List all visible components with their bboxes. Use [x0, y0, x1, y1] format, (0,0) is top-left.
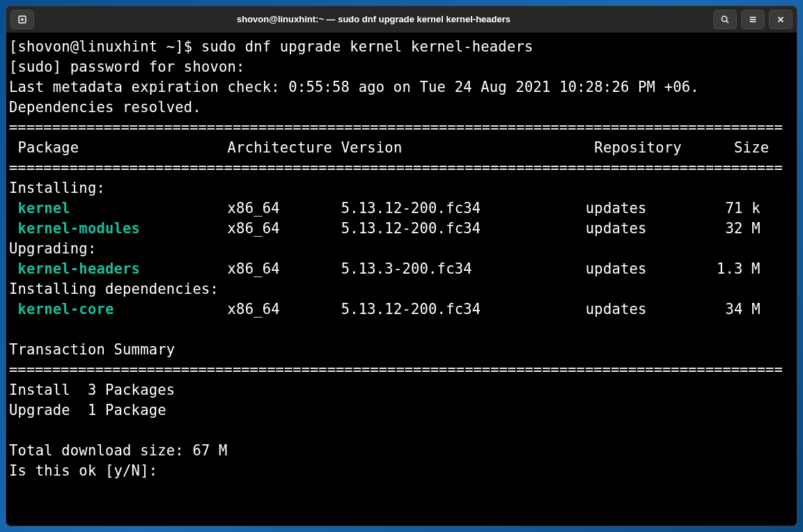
close-icon	[776, 15, 786, 24]
menu-button[interactable]	[741, 10, 765, 29]
pkg-name: kernel	[9, 200, 70, 217]
terminal-window: shovon@linuxhint:~ — sudo dnf upgrade ke…	[6, 6, 797, 526]
window-title: shovon@linuxhint:~ — sudo dnf upgrade ke…	[38, 14, 709, 24]
pkg-size: 34 M	[717, 301, 761, 318]
col-arch: Architecture	[228, 139, 333, 156]
pkg-arch: x86_64	[228, 200, 280, 217]
col-repo: Repository	[594, 139, 681, 156]
titlebar-controls	[713, 10, 793, 29]
svg-point-3	[722, 16, 726, 21]
confirm-prompt: Is this ok [y/N]:	[9, 462, 166, 479]
new-tab-icon	[17, 15, 27, 24]
sudo-password-line: [sudo] password for shovon:	[9, 58, 245, 75]
metadata-line: Last metadata expiration check: 0:55:58 …	[9, 79, 699, 95]
pkg-repo: updates	[586, 220, 647, 237]
col-package: Package	[9, 139, 79, 156]
titlebar: shovon@linuxhint:~ — sudo dnf upgrade ke…	[6, 6, 797, 33]
pkg-size: 32 M	[717, 220, 761, 237]
shell-prompt: [shovon@linuxhint ~]$	[9, 38, 201, 55]
pkg-size: 1.3 M	[717, 260, 761, 277]
pkg-name: kernel-modules	[9, 220, 140, 237]
transaction-summary-title: Transaction Summary	[9, 341, 175, 358]
search-icon	[720, 15, 730, 24]
section-deps: Installing dependencies:	[9, 281, 219, 297]
close-button[interactable]	[769, 10, 793, 29]
total-download: Total download size: 67 M	[9, 442, 228, 459]
pkg-name: kernel-headers	[9, 260, 140, 277]
divider: ========================================…	[9, 119, 783, 136]
section-installing: Installing:	[9, 180, 105, 196]
pkg-repo: updates	[586, 260, 647, 277]
svg-line-4	[726, 20, 728, 22]
summary-install: Install 3 Packages	[9, 382, 175, 398]
terminal-output[interactable]: [shovon@linuxhint ~]$ sudo dnf upgrade k…	[6, 33, 797, 526]
divider: ========================================…	[9, 361, 783, 378]
new-tab-button[interactable]	[10, 10, 34, 29]
col-version: Version	[341, 139, 403, 156]
pkg-arch: x86_64	[228, 301, 280, 318]
hamburger-icon	[748, 15, 758, 24]
command-text: sudo dnf upgrade kernel kernel-headers	[201, 38, 533, 55]
pkg-size: 71 k	[717, 200, 761, 217]
summary-upgrade: Upgrade 1 Package	[9, 402, 166, 418]
pkg-version: 5.13.3-200.fc34	[341, 260, 472, 277]
section-upgrading: Upgrading:	[9, 240, 96, 257]
deps-resolved-line: Dependencies resolved.	[9, 99, 201, 116]
pkg-version: 5.13.12-200.fc34	[341, 200, 481, 217]
pkg-arch: x86_64	[228, 260, 280, 277]
pkg-arch: x86_64	[228, 220, 280, 237]
pkg-repo: updates	[586, 200, 647, 217]
pkg-name: kernel-core	[9, 301, 114, 318]
pkg-repo: updates	[586, 301, 647, 318]
search-button[interactable]	[713, 10, 737, 29]
col-size: Size	[734, 139, 769, 156]
pkg-version: 5.13.12-200.fc34	[341, 301, 481, 318]
divider: ========================================…	[9, 159, 783, 176]
pkg-version: 5.13.12-200.fc34	[341, 220, 481, 237]
